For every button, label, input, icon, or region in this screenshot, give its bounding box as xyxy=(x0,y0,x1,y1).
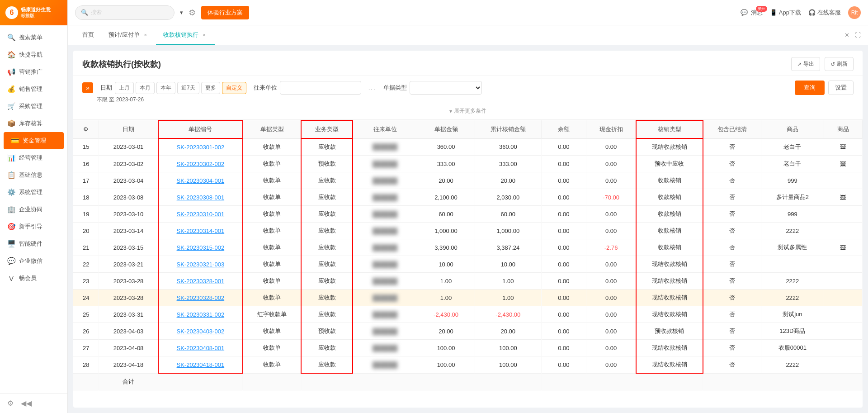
message-badge[interactable]: 💬 99+ 消息 xyxy=(741,9,763,17)
cell-cumamount: 3,387.24 xyxy=(475,239,542,256)
tab-prepay[interactable]: 预计/应付单 × xyxy=(101,25,156,45)
logo-icon: 6 xyxy=(5,6,18,19)
cell-billno[interactable]: SK-20230315-002 xyxy=(158,239,243,256)
cell-billno[interactable]: SK-20230302-002 xyxy=(158,156,243,172)
cell-amount: 2,100.00 xyxy=(417,189,475,206)
date-btn-thisyear[interactable]: 本年 xyxy=(156,82,175,94)
date-btn-7days[interactable]: 近7天 xyxy=(177,82,199,94)
date-btn-lastmonth[interactable]: 上月 xyxy=(115,82,134,94)
gear-icon-table[interactable]: ⚙ xyxy=(83,126,89,133)
cell-writeofftype: 现结收款核销 xyxy=(636,273,703,290)
sidebar-item-finance[interactable]: 💳 资金管理 xyxy=(4,132,64,149)
cell-billno[interactable]: SK-20230403-002 xyxy=(158,323,243,340)
cell-cashdisc: 0.00 xyxy=(586,340,636,356)
cell-billno[interactable]: SK-20230328-001 xyxy=(158,273,243,290)
sidebar-item-search[interactable]: 🔍 搜索菜单 xyxy=(0,29,67,46)
topbar-search[interactable]: 🔍 搜索 xyxy=(75,5,175,20)
system-icon: ⚙️ xyxy=(7,188,15,196)
sidebar-item-operations[interactable]: 📊 经营管理 xyxy=(0,149,67,166)
tab-close-all-icon[interactable]: ✕ xyxy=(844,32,849,38)
cell-amount: 60.00 xyxy=(417,206,475,223)
page-title: 收款核销执行(按收款) xyxy=(82,59,161,70)
sidebar-item-purchase[interactable]: 🛒 采购管理 xyxy=(0,98,67,115)
expand-more-button[interactable]: ▾ 展开更多条件 xyxy=(449,107,486,115)
member-icon: V xyxy=(7,275,15,282)
col-header-writeofftype: 核销类型 xyxy=(636,120,703,138)
tab-writeoff[interactable]: 收款核销执行 × xyxy=(156,25,215,45)
cell-partner: ██████ xyxy=(353,239,417,256)
sidebar-item-inventory[interactable]: 📦 库存核算 xyxy=(0,115,67,132)
tab-prepay-close[interactable]: × xyxy=(142,32,149,38)
sidebar-item-wechat[interactable]: 💬 企业微信 xyxy=(0,252,67,270)
sidebar-item-marketing[interactable]: 📢 营销推广 xyxy=(0,63,67,81)
online-service-btn[interactable]: 🎧 在线客服 xyxy=(808,9,841,17)
filter-date-group: 日期 上月 本月 本年 近7天 更多 自定义 xyxy=(100,82,246,94)
filter-expand-button[interactable]: » xyxy=(82,82,93,93)
cell-balance: 0.00 xyxy=(541,138,586,156)
cell-cashdisc: 0.00 xyxy=(586,356,636,374)
sidebar-item-hardware[interactable]: 🖥️ 智能硬件 xyxy=(0,235,67,252)
topbar-dropdown[interactable]: ▾ xyxy=(180,9,183,16)
date-btn-custom[interactable]: 自定义 xyxy=(222,82,246,94)
user-avatar[interactable]: Rit xyxy=(848,6,861,19)
cell-num: 27 xyxy=(73,340,99,356)
chevron-down-small-icon: ▾ xyxy=(449,108,452,114)
settings-filter-button[interactable]: 设置 xyxy=(828,81,854,95)
cell-cashdisc: 0.00 xyxy=(586,172,636,189)
solution-button[interactable]: 体验行业方案 xyxy=(201,6,249,19)
sidebar-item-member[interactable]: V 畅会员 xyxy=(0,270,67,287)
export-button[interactable]: ↗ 导出 xyxy=(791,57,820,71)
sidebar-item-guide[interactable]: 🎯 新手引导 xyxy=(0,218,67,235)
cell-writeofftype: 收款核销 xyxy=(636,172,703,189)
cell-billno[interactable]: SK-20230314-001 xyxy=(158,223,243,239)
tab-writeoff-close[interactable]: × xyxy=(201,32,208,38)
app-download-btn[interactable]: 📱 App下载 xyxy=(770,9,801,17)
cell-includesettled: 否 xyxy=(703,256,761,273)
sidebar-label-operations: 经营管理 xyxy=(19,154,42,162)
cell-partner: ██████ xyxy=(353,306,417,323)
partner-filter-input[interactable] xyxy=(280,81,361,95)
sidebar-item-basic[interactable]: 📋 基础信息 xyxy=(0,166,67,184)
cell-partner: ██████ xyxy=(353,273,417,290)
cell-date: 2023-03-14 xyxy=(99,223,158,239)
cell-amount: 1.00 xyxy=(417,290,475,306)
date-btn-more[interactable]: 更多 xyxy=(201,82,220,94)
cell-partner: ██████ xyxy=(353,256,417,273)
cell-writeofftype: 现结收款核销 xyxy=(636,306,703,323)
table-row: 282023-04-18SK-20230418-001收款单应收款██████1… xyxy=(73,356,863,374)
cell-billno[interactable]: SK-20230331-002 xyxy=(158,306,243,323)
sidebar-item-sales[interactable]: 💰 销售管理 xyxy=(0,81,67,98)
date-btn-thismonth[interactable]: 本月 xyxy=(136,82,155,94)
query-button[interactable]: 查询 xyxy=(795,81,825,95)
col-header-goodsimg: 商品 xyxy=(824,120,862,138)
cell-billno[interactable]: SK-20230408-001 xyxy=(158,340,243,356)
cell-billno[interactable]: SK-20230328-002 xyxy=(158,290,243,306)
refresh-button[interactable]: ↺ 刷新 xyxy=(825,57,854,71)
table-wrapper[interactable]: ⚙ 日期 单据编号 单据类型 业 xyxy=(73,120,863,408)
sidebar-item-system[interactable]: ⚙️ 系统管理 xyxy=(0,184,67,201)
sidebar-item-enterprise[interactable]: 🏢 企业协同 xyxy=(0,201,67,218)
chevron-down-icon: ▾ xyxy=(180,9,183,16)
app-name: 畅康道好生意 xyxy=(21,6,51,13)
cell-billno[interactable]: SK-20230304-001 xyxy=(158,172,243,189)
sidebar-label-marketing: 营销推广 xyxy=(19,68,42,76)
sidebar-item-quicknav[interactable]: 🏠 快捷导航 xyxy=(0,46,67,63)
cell-balance: 0.00 xyxy=(541,172,586,189)
gear-icon-topbar[interactable]: ⚙ xyxy=(189,8,196,18)
cell-billno[interactable]: SK-20230310-001 xyxy=(158,206,243,223)
cell-billno[interactable]: SK-20230321-003 xyxy=(158,256,243,273)
tab-maximize-icon[interactable]: ⛶ xyxy=(855,32,861,38)
cell-goods: 2222 xyxy=(761,356,824,374)
collapse-icon[interactable]: ◀◀ xyxy=(21,399,32,408)
tab-home[interactable]: 首页 xyxy=(75,25,101,45)
finance-icon: 💳 xyxy=(11,137,19,145)
cell-billno[interactable]: SK-20230308-001 xyxy=(158,189,243,206)
cell-num: 28 xyxy=(73,356,99,374)
settings-bottom-icon[interactable]: ⚙ xyxy=(7,399,14,408)
cell-date: 2023-04-18 xyxy=(99,356,158,374)
cell-billno[interactable]: SK-20230418-001 xyxy=(158,356,243,374)
cell-billno[interactable]: SK-20230301-002 xyxy=(158,138,243,156)
billtype-filter-select[interactable] xyxy=(410,81,482,95)
cell-balance: 0.00 xyxy=(541,273,586,290)
cell-amount: 3,390.00 xyxy=(417,239,475,256)
